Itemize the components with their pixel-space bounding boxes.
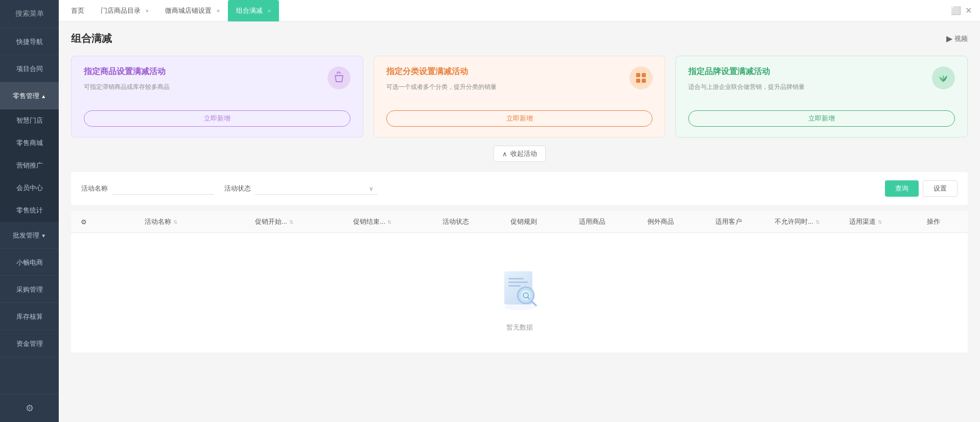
sidebar-item-wholesale-management[interactable]: 批发管理 ▼ (0, 222, 59, 249)
sidebar-item-small-ecommerce[interactable]: 小畅电商 (0, 249, 59, 276)
activity-status-field: 活动状态 ∨ (224, 183, 378, 195)
tab-store-catalog[interactable]: 门店商品目录 × (92, 0, 157, 21)
video-link[interactable]: ▶ 视频 (946, 34, 968, 43)
card-product-btn[interactable]: 立即新增 (84, 110, 351, 127)
leaf-icon (932, 66, 955, 94)
table-container: ⚙ 活动名称 ⇅ 促销开始... ⇅ 促销结束... ⇅ 活动状态 (71, 211, 968, 353)
sort-icon-concurrent: ⇅ (815, 219, 820, 225)
svg-rect-13 (508, 285, 521, 287)
chevron-down-icon: ▼ (41, 233, 46, 239)
page-header: 组合满减 ▶ 视频 (71, 32, 968, 45)
gear-icon[interactable]: ⚙ (26, 403, 34, 413)
sidebar-item-retail-stats[interactable]: 零售统计 (0, 199, 59, 222)
sidebar-item-retail-management[interactable]: 零售管理 ▲ (0, 82, 59, 109)
tab-combo-discount-close[interactable]: × (268, 8, 271, 14)
sidebar-item-marketing[interactable]: 营销推广 (0, 154, 59, 177)
empty-illustration (494, 264, 545, 315)
th-start-label: 促销开始... (255, 217, 287, 226)
tab-combo-discount[interactable]: 组合满减 × (228, 0, 279, 21)
sidebar-item-member-center[interactable]: 会员中心 (0, 177, 59, 199)
card-category-btn[interactable]: 立即新增 (386, 110, 653, 127)
card-category-title: 指定分类设置满减活动 (386, 66, 653, 77)
sidebar-item-inventory-calc[interactable]: 库存核算 (0, 303, 59, 330)
sidebar-footer: ⚙ (0, 394, 59, 422)
th-name-label: 活动名称 (145, 217, 171, 226)
settings-button[interactable]: 设置 (923, 180, 958, 197)
sort-icon-end: ⇅ (387, 219, 391, 225)
sidebar-label-inventory: 库存核算 (16, 312, 43, 321)
th-end-label: 促销结束... (353, 217, 385, 226)
sidebar-label-smart-store: 智慧门店 (16, 116, 43, 124)
activity-name-field: 活动名称 (81, 182, 214, 195)
activity-status-select[interactable]: ∨ (255, 183, 378, 195)
card-brand-discount: 指定品牌设置满减活动 适合与上游企业联合做营销，提升品牌销量 立即新增 (675, 56, 968, 137)
svg-rect-11 (508, 278, 524, 279)
collapse-button[interactable]: ∧ 收起活动 (494, 146, 546, 162)
th-name[interactable]: 活动名称 ⇅ (97, 217, 225, 226)
svg-point-8 (504, 304, 535, 310)
th-rule: 促销规则 (490, 217, 558, 226)
sidebar-header-label: 搜索菜单 (15, 9, 44, 17)
tab-store-catalog-label: 门店商品目录 (101, 7, 141, 14)
activity-name-input[interactable] (112, 182, 214, 195)
th-no-concurrent[interactable]: 不允许同时... ⇅ (763, 217, 831, 226)
tab-combo-discount-label: 组合满减 (236, 7, 263, 14)
card-product-desc: 可指定滞销商品或库存较多商品 (84, 82, 351, 102)
tab-store-catalog-close[interactable]: × (146, 8, 149, 14)
tab-micro-shop-label: 微商城店铺设置 (165, 7, 212, 14)
sidebar-item-retail-mall[interactable]: 零售商城 (0, 132, 59, 154)
chevron-up-icon: ▲ (41, 93, 46, 99)
play-circle-icon: ▶ (946, 34, 952, 43)
video-label: 视频 (954, 34, 968, 43)
sidebar-label-member-center: 会员中心 (16, 184, 43, 192)
search-buttons: 查询 设置 (885, 180, 958, 197)
sidebar-label-retail-management: 零售管理 ▲ (13, 91, 46, 101)
svg-rect-3 (642, 73, 646, 77)
table-header: ⚙ 活动名称 ⇅ 促销开始... ⇅ 促销结束... ⇅ 活动状态 (71, 211, 968, 233)
sidebar-item-project-contract[interactable]: 项目合同 (0, 55, 59, 82)
sidebar-label-small-ecommerce: 小畅电商 (16, 258, 43, 267)
sidebar-label-retail-stats: 零售统计 (16, 206, 43, 214)
sidebar: 搜索菜单 快捷导航 项目合同 零售管理 ▲ 智慧门店 零售商城 营销推广 会员中… (0, 0, 59, 422)
card-brand-desc: 适合与上游企业联合做营销，提升品牌销量 (688, 82, 955, 102)
tab-home[interactable]: 首页 (63, 0, 92, 21)
activity-name-label: 活动名称 (81, 184, 108, 193)
tab-home-label: 首页 (71, 7, 84, 14)
sidebar-label-project-contract: 项目合同 (16, 64, 43, 74)
th-channel[interactable]: 适用渠道 ⇅ (831, 217, 900, 226)
sidebar-label-finance: 资金管理 (16, 339, 43, 348)
page-title: 组合满减 (71, 32, 112, 45)
th-actions: 操作 (899, 217, 968, 226)
sidebar-item-smart-store[interactable]: 智慧门店 (0, 109, 59, 132)
th-gear[interactable]: ⚙ (71, 218, 97, 226)
svg-rect-4 (636, 79, 640, 83)
card-brand-btn[interactable]: 立即新增 (688, 110, 955, 127)
svg-point-0 (328, 66, 351, 89)
th-end[interactable]: 促销结束... ⇅ (323, 217, 422, 226)
card-product-title: 指定商品设置满减活动 (84, 66, 351, 77)
svg-rect-5 (642, 79, 646, 83)
activity-status-label: 活动状态 (224, 184, 251, 193)
collapse-bar: ∧ 收起活动 (71, 146, 968, 162)
sort-icon-name: ⇅ (173, 219, 177, 225)
th-start[interactable]: 促销开始... ⇅ (225, 217, 323, 226)
empty-text: 暂无数据 (506, 323, 533, 332)
tab-micro-shop-settings[interactable]: 微商城店铺设置 × (157, 0, 228, 21)
tab-micro-shop-close[interactable]: × (217, 8, 220, 14)
sidebar-item-finance-management[interactable]: 资金管理 (0, 330, 59, 357)
sort-icon-start: ⇅ (289, 219, 293, 225)
th-products-label: 适用商品 (579, 217, 605, 226)
maximize-button[interactable]: ⬜ (951, 6, 961, 15)
sidebar-item-quick-nav[interactable]: 快捷导航 (0, 28, 59, 55)
sidebar-item-purchase-management[interactable]: 采购管理 (0, 276, 59, 303)
gear-column-icon: ⚙ (81, 218, 87, 226)
card-category-desc: 可选一个或者多个分类，提升分类的销量 (386, 82, 653, 102)
sidebar-search-menu[interactable]: 搜索菜单 (0, 0, 59, 28)
card-product-discount: 指定商品设置满减活动 可指定滞销商品或库存较多商品 立即新增 (71, 56, 363, 137)
th-customers-label: 适用客户 (715, 217, 742, 226)
query-button[interactable]: 查询 (885, 180, 919, 197)
close-button[interactable]: ✕ (965, 6, 972, 15)
svg-point-1 (629, 66, 652, 89)
svg-rect-2 (636, 73, 640, 77)
main-content: 首页 门店商品目录 × 微商城店铺设置 × 组合满减 × ⬜ ✕ 组合满减 ▶ … (59, 0, 980, 422)
